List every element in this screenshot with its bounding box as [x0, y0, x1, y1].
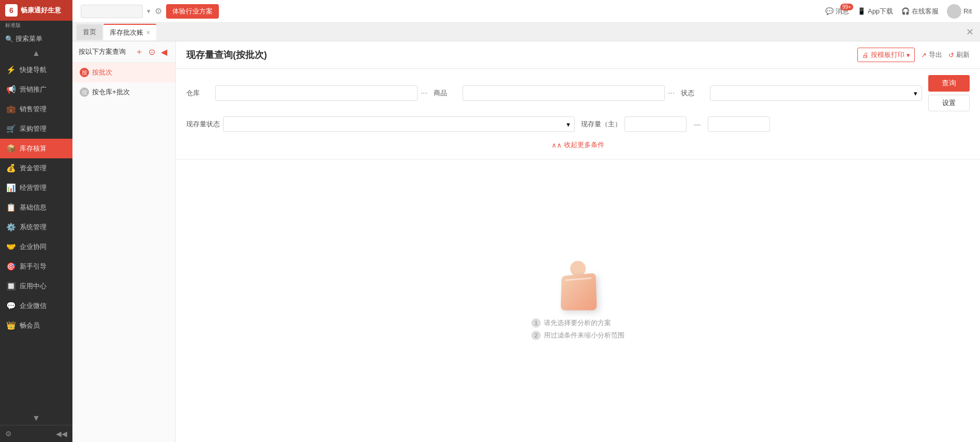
filter-area: 仓库 ··· 商品 ··· 状态 ▾ — [176, 69, 980, 159]
settings-footer-btn[interactable]: ⚙ — [5, 430, 12, 438]
system-icon: ⚙️ — [6, 223, 16, 232]
wechat-icon: 💬 — [6, 301, 16, 311]
app-download-btn[interactable]: 📱 App下载 — [857, 7, 893, 16]
left-panel: 按以下方案查询 ＋ ⊙ ◀ 按 按批次 按 按 — [72, 41, 176, 442]
product-input[interactable] — [463, 85, 665, 101]
messages-badge: 99+ — [840, 4, 853, 10]
sidebar-item-cooperation[interactable]: 🤝 企业协同 — [0, 237, 72, 257]
plan-icon-red: 按 — [80, 68, 89, 77]
empty-box — [561, 273, 597, 310]
plan-item-label: 按批次 — [92, 68, 112, 77]
sidebar-item-system[interactable]: ⚙️ 系统管理 — [0, 217, 72, 237]
quantity-from-input[interactable] — [625, 116, 687, 132]
sidebar-item-finance[interactable]: 💰 资金管理 — [0, 158, 72, 178]
collapse-sidebar-btn[interactable]: ◀◀ — [56, 430, 67, 438]
plan-item-batch[interactable]: 按 按批次 — [72, 63, 175, 82]
sidebar-item-label: 营销推广 — [20, 85, 47, 94]
plan-item-warehouse-batch[interactable]: 按 按仓库+批次 — [72, 82, 175, 102]
refresh-btn[interactable]: ↺ 刷新 — [948, 50, 970, 60]
purchase-icon: 🛒 — [6, 124, 16, 134]
messages-btn[interactable]: 💬 消息 99+ — [825, 7, 849, 16]
sidebar-item-search[interactable]: 🔍 搜索菜单 — [0, 31, 72, 47]
sidebar-item-label: 企业协同 — [20, 242, 47, 252]
search-icon: 🔍 — [5, 35, 13, 43]
warehouse-input[interactable] — [215, 85, 418, 101]
tab-close-area: ✕ — [964, 24, 976, 40]
user-avatar-area[interactable]: Rit — [947, 4, 972, 19]
online-service-btn[interactable]: 🎧 在线客服 — [901, 7, 939, 16]
settings-btn[interactable]: 设置 — [928, 95, 970, 111]
sidebar-item-purchase[interactable]: 🛒 采购管理 — [0, 119, 72, 139]
sidebar-item-quicknav[interactable]: ⚡ 快捷导航 — [0, 60, 72, 80]
topbar-right: 💬 消息 99+ 📱 App下载 🎧 在线客服 Rit — [825, 4, 972, 19]
sidebar-item-sales[interactable]: 💼 销售管理 — [0, 99, 72, 119]
cooperation-icon: 🤝 — [6, 242, 16, 252]
product-more-btn[interactable]: ··· — [668, 89, 675, 98]
warehouse-more-btn[interactable]: ··· — [421, 89, 427, 98]
app-logo: 6 — [5, 4, 18, 17]
step-1-num: 1 — [531, 318, 541, 328]
sidebar-item-label: 资金管理 — [20, 164, 47, 173]
inventory-icon: 📦 — [6, 144, 16, 153]
search-input[interactable] — [81, 5, 143, 18]
collapse-filter-btn[interactable]: ∧∧ 收起更多条件 — [186, 137, 970, 153]
print-dropdown-icon[interactable]: ▾ — [907, 51, 910, 59]
tab-inventory-batch[interactable]: 库存批次账 × — [103, 24, 156, 40]
quantity-dash: — — [690, 121, 705, 128]
sidebar-item-management[interactable]: 📊 经营管理 — [0, 178, 72, 198]
content-area: 按以下方案查询 ＋ ⊙ ◀ 按 按批次 按 按 — [72, 41, 980, 442]
sidebar-item-label: 新手引导 — [20, 262, 47, 271]
sidebar-item-label: 企业微信 — [20, 301, 47, 311]
sidebar-item-label: 快捷导航 — [20, 65, 47, 75]
export-label: 导出 — [929, 50, 942, 60]
warehouse-label: 仓库 — [186, 89, 212, 98]
sidebar-scroll-down[interactable]: ▼ — [0, 411, 72, 425]
print-btn[interactable]: 🖨 按模板打印 ▾ — [857, 48, 915, 62]
tab-home[interactable]: 首页 — [77, 24, 102, 40]
plan-list: 按 按批次 按 按仓库+批次 — [72, 63, 175, 442]
close-tab-btn[interactable]: × — [146, 29, 150, 36]
quantity-label: 现存量（主） — [581, 120, 621, 129]
query-btn[interactable]: 查询 — [928, 75, 970, 92]
close-all-tabs-btn[interactable]: ✕ — [964, 24, 976, 40]
industry-btn[interactable]: 体验行业方案 — [166, 4, 219, 19]
step-2-num: 2 — [531, 331, 541, 340]
filter-inventory-status: 现存量状态 ▾ — [186, 116, 575, 132]
sidebar-item-apps[interactable]: 🔲 应用中心 — [0, 276, 72, 296]
right-panel: 现存量查询(按批次) 🖨 按模板打印 ▾ ↗ 导出 ↺ 刷新 — [176, 41, 980, 442]
collapse-panel-btn[interactable]: ◀ — [159, 47, 169, 57]
plan-settings-btn[interactable]: ⊙ — [146, 47, 157, 57]
sidebar: 6 畅康通好生意 标准版 🔍 搜索菜单 ▲ ⚡ 快捷导航 📢 营销推广 💼 销售… — [0, 0, 72, 442]
marketing-icon: 📢 — [6, 85, 16, 94]
refresh-icon: ↺ — [948, 51, 954, 59]
add-plan-btn[interactable]: ＋ — [134, 47, 144, 57]
sidebar-item-inventory[interactable]: 📦 库存核算 — [0, 139, 72, 158]
app-version: 标准版 — [0, 21, 72, 31]
main-area: ▾ ⚙ 体验行业方案 💬 消息 99+ 📱 App下载 🎧 在线客服 Rit — [72, 0, 980, 442]
sidebar-item-guide[interactable]: 🎯 新手引导 — [0, 257, 72, 276]
quantity-to-input[interactable] — [708, 116, 770, 132]
empty-state: 1 请先选择要分析的方案 2 用过滤条件来缩小分析范围 — [176, 159, 980, 442]
inventory-status-select[interactable]: ▾ — [223, 116, 575, 132]
message-icon: 💬 — [825, 7, 834, 15]
sidebar-item-marketing[interactable]: 📢 营销推广 — [0, 80, 72, 99]
sidebar-item-label: 搜索菜单 — [16, 34, 42, 43]
plan-item-label: 按仓库+批次 — [92, 87, 130, 97]
guide-icon: 🎯 — [6, 262, 16, 271]
topbar-left: ▾ ⚙ 体验行业方案 — [81, 4, 820, 19]
sidebar-item-basic[interactable]: 📋 基础信息 — [0, 198, 72, 217]
sidebar-footer: ⚙ ◀◀ — [0, 425, 72, 442]
dropdown-arrow-icon[interactable]: ▾ — [147, 7, 151, 15]
export-btn[interactable]: ↗ 导出 — [921, 50, 942, 60]
topbar-settings-icon[interactable]: ⚙ — [155, 6, 162, 16]
sidebar-scroll-up[interactable]: ▲ — [0, 47, 72, 60]
sidebar-item-member[interactable]: 👑 畅会员 — [0, 316, 72, 335]
apps-icon: 🔲 — [6, 282, 16, 291]
sidebar-item-label: 经营管理 — [20, 183, 47, 193]
status-select[interactable]: ▾ — [710, 85, 922, 101]
inventory-status-dropdown-icon: ▾ — [567, 121, 570, 128]
online-service-label: 在线客服 — [912, 7, 939, 16]
empty-step-2: 2 用过滤条件来缩小分析范围 — [531, 331, 625, 340]
status-dropdown-icon: ▾ — [914, 90, 917, 97]
sidebar-item-wechat[interactable]: 💬 企业微信 — [0, 296, 72, 316]
